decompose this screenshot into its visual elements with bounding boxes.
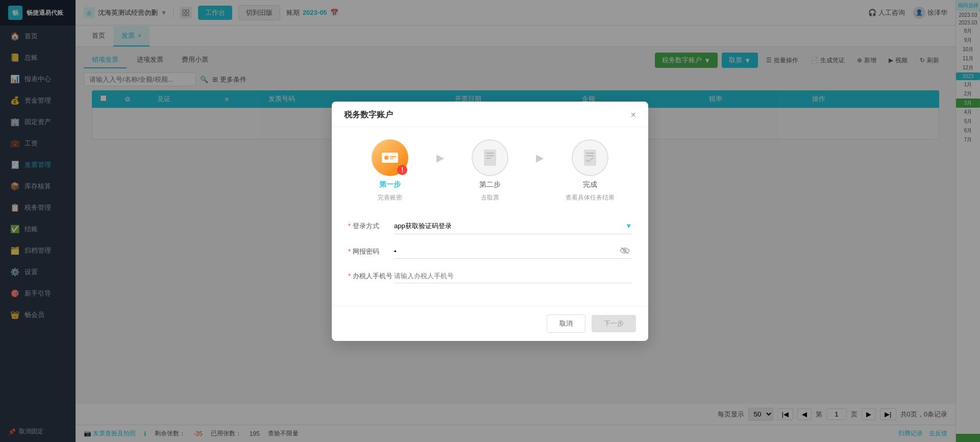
modal-form: * 登录方式 app获取验证码登录 ▼ * 网报密码 [344, 218, 636, 283]
form-row-phone: * 办税人手机号 [348, 269, 632, 283]
step2-icon-wrapper [472, 139, 508, 176]
next-button[interactable]: 下一步 [592, 315, 636, 332]
step-3: 完成 查看具体任务结果 [544, 139, 636, 202]
step-arrow-2: ▶ [536, 139, 544, 164]
phone-label: * 办税人手机号 [348, 272, 394, 281]
login-method-dropdown-icon: ▼ [625, 222, 632, 230]
step-1: ! 第一步 完善账密 [344, 139, 436, 202]
phone-input[interactable] [394, 269, 632, 283]
modal-footer: 取消 下一步 [332, 306, 648, 341]
password-input[interactable] [394, 244, 618, 258]
svg-rect-6 [382, 153, 398, 163]
svg-point-7 [384, 156, 388, 160]
svg-rect-13 [486, 158, 491, 159]
step1-sublabel: 完善账密 [378, 193, 402, 202]
step1-label: 第一步 [379, 180, 401, 189]
modal-close-btn[interactable]: × [630, 110, 636, 120]
step2-label: 第二步 [479, 180, 501, 189]
modal-body: ! 第一步 完善账密 ▶ [332, 127, 648, 306]
step3-icon [572, 139, 608, 176]
step1-error-badge: ! [397, 165, 407, 175]
password-toggle-icon[interactable] [618, 247, 632, 256]
step2-icon [472, 139, 508, 176]
step-2: 第二步 去取票 [444, 139, 536, 202]
modal-overlay: 税务数字账户 × [0, 0, 980, 442]
login-method-select[interactable]: app获取验证码登录 ▼ [394, 218, 632, 234]
modal-title: 税务数字账户 [344, 110, 393, 120]
tax-digital-modal: 税务数字账户 × [332, 102, 648, 341]
svg-rect-12 [486, 155, 494, 156]
modal-steps: ! 第一步 完善账密 ▶ [344, 139, 636, 202]
svg-rect-8 [390, 156, 396, 157]
modal-header: 税务数字账户 × [332, 102, 648, 127]
svg-rect-16 [586, 155, 594, 156]
svg-rect-14 [584, 150, 596, 166]
form-row-login-method: * 登录方式 app获取验证码登录 ▼ [348, 218, 632, 234]
svg-rect-9 [390, 158, 394, 159]
cancel-button[interactable]: 取消 [547, 314, 585, 333]
svg-rect-15 [586, 153, 594, 154]
svg-rect-11 [486, 153, 494, 154]
form-row-password: * 网报密码 [348, 244, 632, 259]
step2-sublabel: 去取票 [481, 193, 499, 202]
step1-icon-wrapper: ! [372, 139, 408, 176]
step3-icon-wrapper [572, 139, 608, 176]
password-label: * 网报密码 [348, 247, 394, 256]
step3-sublabel: 查看具体任务结果 [566, 193, 615, 202]
password-input-wrapper [394, 244, 632, 259]
step-arrow-1: ▶ [436, 139, 444, 164]
step3-label: 完成 [583, 180, 597, 189]
login-method-label: * 登录方式 [348, 222, 394, 231]
